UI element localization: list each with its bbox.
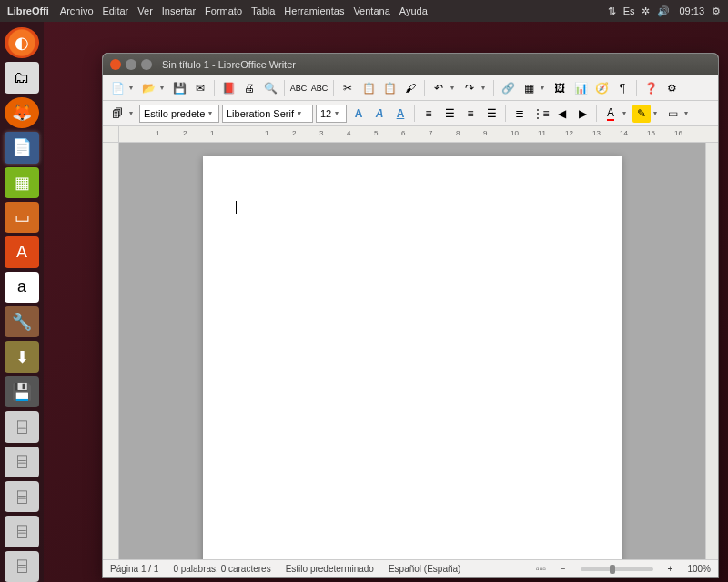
undo-dropdown[interactable]: ▾ xyxy=(450,84,458,92)
page-viewport[interactable] xyxy=(119,143,705,559)
numbered-list-icon[interactable]: ≣ xyxy=(511,105,529,123)
software-center-icon[interactable]: A xyxy=(5,236,39,267)
help-icon[interactable]: ❓ xyxy=(642,79,660,97)
redo-dropdown[interactable]: ▾ xyxy=(481,84,489,92)
zoom-minus-icon[interactable]: − xyxy=(561,564,566,574)
titlebar[interactable]: Sin título 1 - LibreOffice Writer xyxy=(103,54,718,75)
disk-icon[interactable]: 💾 xyxy=(5,376,39,407)
spellcheck-icon[interactable]: ABC xyxy=(289,79,308,97)
text-cursor xyxy=(236,201,237,214)
minimize-button[interactable] xyxy=(126,59,136,70)
cut-icon[interactable]: ✂ xyxy=(339,79,357,97)
drive1-icon[interactable]: ⌸ xyxy=(5,411,39,442)
files-icon[interactable]: 🗂 xyxy=(5,62,39,93)
styles-dropdown-arrow[interactable]: ▾ xyxy=(129,109,136,117)
open-dropdown[interactable]: ▾ xyxy=(160,84,167,92)
print-icon[interactable]: 🖨 xyxy=(240,79,258,97)
font-color-dropdown[interactable]: ▾ xyxy=(622,109,630,117)
extension-icon[interactable]: ⚙ xyxy=(662,79,681,97)
redo-icon[interactable]: ↷ xyxy=(460,79,479,97)
font-color-icon[interactable]: A xyxy=(602,105,620,123)
underline-icon[interactable]: A xyxy=(391,105,410,123)
drive4-icon[interactable]: ⌸ xyxy=(5,516,39,547)
firefox-icon[interactable]: 🦊 xyxy=(5,97,39,128)
align-left-icon[interactable]: ≡ xyxy=(420,105,438,123)
pdf-export-icon[interactable]: 📕 xyxy=(219,79,238,97)
menu-editar[interactable]: Editar xyxy=(103,5,129,16)
image-icon[interactable]: 🖼 xyxy=(551,79,569,97)
save-icon[interactable]: 💾 xyxy=(170,79,188,97)
menu-archivo[interactable]: Archivo xyxy=(60,5,94,16)
status-style[interactable]: Estilo predeterminado xyxy=(286,564,374,574)
keyboard-lang-icon[interactable]: Es xyxy=(623,5,635,16)
bullet-list-icon[interactable]: ⋮≡ xyxy=(531,105,550,123)
menu-ayuda[interactable]: Ayuda xyxy=(399,5,428,16)
maximize-button[interactable] xyxy=(141,59,152,70)
increase-indent-icon[interactable]: ▶ xyxy=(573,105,592,123)
clock[interactable]: 09:13 xyxy=(679,5,704,16)
writer-icon[interactable]: 📄 xyxy=(5,132,39,163)
downloads-icon[interactable]: ⬇ xyxy=(5,341,39,372)
undo-icon[interactable]: ↶ xyxy=(430,79,448,97)
highlight-icon[interactable]: ✎ xyxy=(632,105,651,123)
calc-icon[interactable]: ▦ xyxy=(5,167,39,198)
new-doc-icon[interactable]: 📄 xyxy=(108,79,126,97)
menu-insertar[interactable]: Insertar xyxy=(162,5,196,16)
amazon-icon[interactable]: a xyxy=(5,272,39,303)
autospell-icon[interactable]: ABC xyxy=(310,79,329,97)
sound-icon[interactable]: 🔊 xyxy=(657,5,670,17)
highlight-dropdown[interactable]: ▾ xyxy=(653,109,661,117)
chart-icon[interactable]: 📊 xyxy=(571,79,590,97)
drive5-icon[interactable]: ⌸ xyxy=(5,551,39,582)
vertical-ruler[interactable] xyxy=(103,143,119,559)
background-dropdown[interactable]: ▾ xyxy=(684,109,692,117)
bold-icon[interactable]: A xyxy=(349,105,368,123)
new-dropdown[interactable]: ▾ xyxy=(129,84,136,92)
zoom-value[interactable]: 100% xyxy=(687,564,711,574)
menu-ver[interactable]: Ver xyxy=(137,5,153,16)
align-justify-icon[interactable]: ☰ xyxy=(482,105,500,123)
open-icon[interactable]: 📂 xyxy=(139,79,157,97)
font-name-combo[interactable]: Liberation Serif▾ xyxy=(222,105,313,123)
power-icon[interactable]: ⚙ xyxy=(712,5,721,17)
navigator-icon[interactable]: 🧭 xyxy=(592,79,611,97)
close-button[interactable] xyxy=(110,59,121,70)
status-language[interactable]: Español (España) xyxy=(389,564,461,574)
horizontal-ruler[interactable]: 1 2 1 1 2 3 4 5 6 7 8 9 10 11 12 13 14 1… xyxy=(103,126,718,143)
paste-icon[interactable]: 📋 xyxy=(380,79,399,97)
network-icon[interactable]: ⇅ xyxy=(608,5,616,17)
menu-tabla[interactable]: Tabla xyxy=(251,5,275,16)
hyperlink-icon[interactable]: 🔗 xyxy=(499,79,517,97)
drive3-icon[interactable]: ⌸ xyxy=(5,481,39,512)
styles-dialog-icon[interactable]: 🗐 xyxy=(108,105,126,123)
decrease-indent-icon[interactable]: ◀ xyxy=(552,105,571,123)
menu-herramientas[interactable]: Herramientas xyxy=(284,5,344,16)
paragraph-style-combo[interactable]: Estilo predete▾ xyxy=(139,105,219,123)
status-wordcount[interactable]: 0 palabras, 0 caracteres xyxy=(173,564,270,574)
align-center-icon[interactable]: ☰ xyxy=(440,105,459,123)
bluetooth-icon[interactable]: ✲ xyxy=(642,5,650,17)
dash-icon[interactable]: ◐ xyxy=(5,27,39,58)
drive2-icon[interactable]: ⌸ xyxy=(5,447,39,477)
status-page[interactable]: Página 1 / 1 xyxy=(110,564,158,574)
email-icon[interactable]: ✉ xyxy=(191,79,209,97)
table-icon[interactable]: ▦ xyxy=(520,79,538,97)
align-right-icon[interactable]: ≡ xyxy=(461,105,480,123)
copy-icon[interactable]: 📋 xyxy=(359,79,378,97)
menu-formato[interactable]: Formato xyxy=(205,5,242,16)
document-page[interactable] xyxy=(203,156,622,559)
menu-ventana[interactable]: Ventana xyxy=(353,5,389,16)
nonprinting-icon[interactable]: ¶ xyxy=(613,79,632,97)
settings-icon[interactable]: 🔧 xyxy=(5,306,39,337)
background-color-icon[interactable]: ▭ xyxy=(663,105,682,123)
print-preview-icon[interactable]: 🔍 xyxy=(261,79,279,97)
vertical-scrollbar[interactable] xyxy=(705,143,718,559)
view-layout-icons[interactable]: ▫▫▫ xyxy=(536,564,546,574)
format-paintbrush-icon[interactable]: 🖌 xyxy=(401,79,420,97)
italic-icon[interactable]: A xyxy=(370,105,389,123)
impress-icon[interactable]: ▭ xyxy=(5,202,39,233)
zoom-plus-icon[interactable]: + xyxy=(668,564,673,574)
table-dropdown[interactable]: ▾ xyxy=(541,84,548,92)
zoom-slider[interactable] xyxy=(581,567,653,571)
font-size-combo[interactable]: 12▾ xyxy=(316,105,347,123)
